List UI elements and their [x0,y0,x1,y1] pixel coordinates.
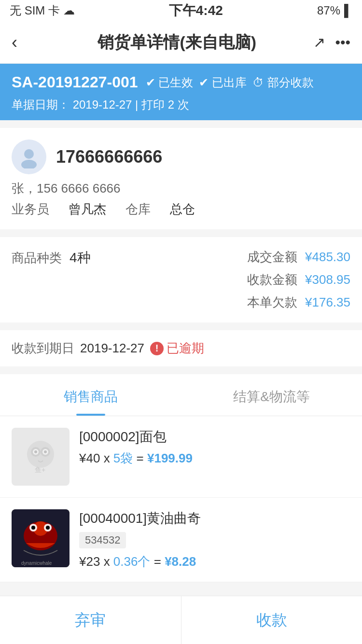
product-type-label: 商品种类 [12,250,62,266]
transaction-value: ¥485.30 [305,250,350,265]
battery-icon: ▌ [344,4,352,17]
balance-value: ¥176.35 [305,295,350,310]
salesperson-value: 曾凡杰 [69,201,106,218]
svg-point-16 [46,526,50,530]
product-price-2: ¥23 x 0.36个 = ¥8.28 [79,553,350,570]
svg-point-1 [21,160,37,168]
status-time: 下午4:42 [169,1,223,20]
svg-point-8 [44,450,47,453]
transaction-label: 成交金额 [247,249,297,266]
tab-products[interactable]: 销售商品 [0,374,181,416]
summary-section: 商品种类 4种 成交金额 ¥485.30 收款金额 ¥308.95 本单欠款 ¥… [0,237,362,322]
order-header: SA-20191227-001 ✔ 已生效 ✔ 已出库 ⏱ 部分收款 单据日期：… [0,64,362,120]
tabs-section: 销售商品 结算&物流等 [0,374,362,416]
share-icon[interactable]: ↗ [313,34,325,51]
overdue-icon: ! [150,342,164,355]
product-item-1: 鱼+ [0000002]面包 ¥40 x 5袋 = ¥199.99 [0,416,362,498]
badge-effective: ✔ 已生效 [146,75,194,90]
receipt-label: 收款金额 [247,271,297,288]
svg-point-7 [34,450,37,453]
tab-settlement[interactable]: 结算&物流等 [181,374,362,416]
avatar [12,140,46,174]
product-info-2: [00040001]黄油曲奇 534532 ¥23 x 0.36个 = ¥8.2… [79,509,350,570]
product-item-2: dynamicwhale [00040001]黄油曲奇 534532 ¥23 x… [0,498,362,582]
overdue-text: 已逾期 [167,340,204,357]
customer-info-row: 业务员 曾凡杰 仓库 总仓 [12,201,350,218]
warehouse-value: 总仓 [170,201,195,218]
svg-text:dynamicwhale: dynamicwhale [21,560,52,566]
customer-id: 17666666666 [56,147,162,167]
nav-actions: ↗ ••• [313,34,350,51]
receipt-value: ¥308.95 [305,272,350,287]
product-price-1: ¥40 x 5袋 = ¥199.99 [79,450,350,467]
bottom-bar: 弃审 收款 [0,596,362,644]
more-icon[interactable]: ••• [335,34,350,51]
due-date: 2019-12-27 [80,341,144,356]
product-tag-2: 534532 [79,532,126,548]
reject-button[interactable]: 弃审 [0,596,181,644]
badge-shipped: ✔ 已出库 [199,75,247,90]
status-badges: ✔ 已生效 ✔ 已出库 ⏱ 部分收款 [146,75,314,90]
page-title: 销货单详情(来自电脑) [41,31,313,54]
product-total-2: ¥8.28 [165,554,196,569]
svg-point-0 [24,149,34,159]
svg-point-2 [27,441,54,468]
product-name-1: [0000002]面包 [79,428,350,446]
product-info-1: [0000002]面包 ¥40 x 5袋 = ¥199.99 [79,428,350,467]
products-section: 鱼+ [0000002]面包 ¥40 x 5袋 = ¥199.99 [0,416,362,582]
status-left: 无 SIM 卡 ☁ [10,3,75,18]
product-type-value: 4种 [70,249,91,267]
nav-bar: ‹ 销货单详情(来自电脑) ↗ ••• [0,21,362,64]
product-thumb-2: dynamicwhale [12,509,70,567]
product-qty-1: 5袋 [113,451,133,465]
battery-label: 87% [317,4,340,17]
svg-text:鱼+: 鱼+ [35,466,45,474]
badge-partial: ⏱ 部分收款 [252,75,314,90]
order-date: 单据日期： 2019-12-27 | 打印 2 次 [12,97,350,112]
order-id: SA-20191227-001 [12,73,138,91]
due-section: 收款到期日 2019-12-27 ! 已逾期 [0,330,362,366]
status-right: 87% ▌ [317,4,352,17]
customer-detail: 张，156 6666 6666 [12,180,350,197]
due-label: 收款到期日 [12,340,74,357]
collect-button[interactable]: 收款 [181,596,362,644]
sim-label: 无 SIM 卡 ☁ [10,3,75,18]
salesperson-label: 业务员 [12,201,49,218]
balance-label: 本单欠款 [247,294,297,311]
overdue-badge: ! 已逾期 [150,340,204,357]
product-qty-2: 0.36个 [113,554,151,569]
product-total-1: ¥199.99 [147,451,193,465]
product-thumb-1: 鱼+ [12,428,70,486]
back-button[interactable]: ‹ [12,32,41,53]
product-name-2: [00040001]黄油曲奇 [79,509,350,528]
warehouse-label: 仓库 [125,201,151,218]
customer-section: 17666666666 张，156 6666 6666 业务员 曾凡杰 仓库 总… [0,128,362,229]
svg-point-15 [31,526,35,530]
status-bar: 无 SIM 卡 ☁ 下午4:42 87% ▌ [0,0,362,21]
